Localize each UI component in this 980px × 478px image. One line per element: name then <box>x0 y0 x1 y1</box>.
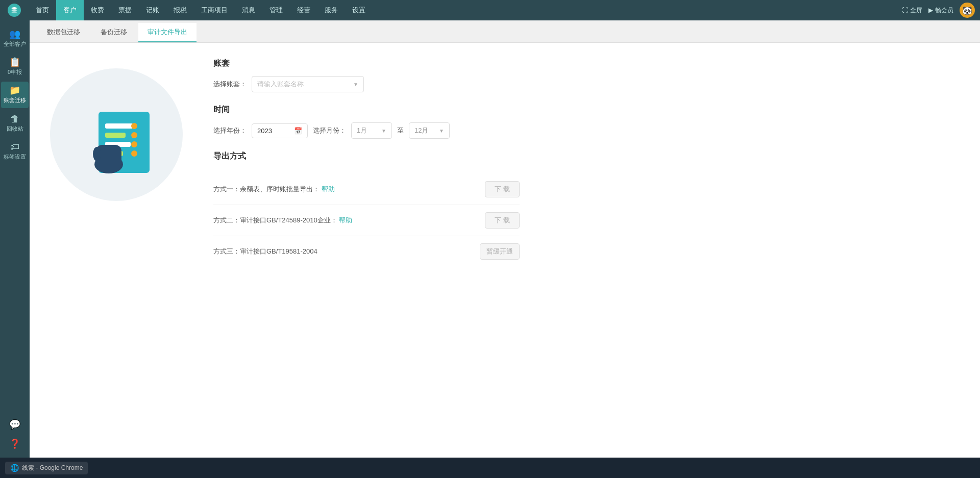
svg-rect-3 <box>105 133 126 138</box>
select-account-label: 选择账套： <box>213 80 247 89</box>
method-3-coming-soon-btn[interactable]: 暂缓开通 <box>480 243 520 260</box>
time-form-row: 选择年份： 2023 📅 选择月份： 1月 ▼ 至 12月 ▼ <box>213 122 520 139</box>
export-section-title: 导出方式 <box>213 151 520 162</box>
taskbar-label: 线索 - Google Chrome <box>22 464 83 472</box>
nav-home[interactable]: 首页 <box>29 0 56 20</box>
month-end-value: 12月 <box>414 126 428 135</box>
svg-point-7 <box>131 132 137 138</box>
sidebar-label-recycle: 回收站 <box>7 125 23 132</box>
month-start-chevron: ▼ <box>381 128 386 134</box>
nav-service[interactable]: 服务 <box>317 0 345 20</box>
sidebar-item-chat[interactable]: 💬 <box>1 416 29 433</box>
tab-data-migration[interactable]: 数据包迁移 <box>38 23 89 42</box>
nav-operation[interactable]: 经营 <box>290 0 317 20</box>
tabs-bar: 数据包迁移 备份迁移 审计文件导出 <box>30 20 980 43</box>
account-section-title: 账套 <box>213 58 520 69</box>
method-2-help-link[interactable]: 帮助 <box>339 216 352 224</box>
export-method-1: 方式一：余额表、序时账批量导出： 帮助 下 载 <box>213 174 520 205</box>
help-icon: ❓ <box>9 439 20 448</box>
month-end-select[interactable]: 12月 ▼ <box>409 122 450 139</box>
method-2-label: 方式二：审计接口GB/T24589-2010企业： <box>213 216 337 224</box>
export-method-2: 方式二：审计接口GB/T24589-2010企业： 帮助 下 载 <box>213 205 520 236</box>
month-start-value: 1月 <box>357 126 367 135</box>
nav-manage[interactable]: 管理 <box>262 0 290 20</box>
method-1-label-area: 方式一：余额表、序时账批量导出： 帮助 <box>213 185 335 194</box>
method-1-label: 方式一：余额表、序时账批量导出： <box>213 185 320 193</box>
svg-point-9 <box>131 150 137 157</box>
method-1-download-btn[interactable]: 下 载 <box>485 181 520 197</box>
form-area: 账套 选择账套： 请输入账套名称 ▼ 时间 选择年份： 2023 📅 <box>213 58 520 267</box>
taskbar: 🌐 线索 - Google Chrome <box>0 458 980 478</box>
svg-point-12 <box>93 147 101 161</box>
main-container: 👥 全部客户 📋 0申报 📁 账套迁移 🗑 回收站 🏷 标签设置 💬 ❓ <box>0 20 980 458</box>
svg-rect-2 <box>105 123 133 129</box>
chrome-icon: 🌐 <box>10 464 19 472</box>
nav-tax[interactable]: 报税 <box>166 0 194 20</box>
year-input[interactable]: 2023 📅 <box>252 123 308 138</box>
member-btn[interactable]: ▶ 畅会员 <box>928 6 953 15</box>
sidebar-item-recycle[interactable]: 🗑 回收站 <box>1 110 29 136</box>
tab-backup-migration[interactable]: 备份迁移 <box>91 23 136 42</box>
sidebar-label-all-customers: 全部客户 <box>4 41 26 47</box>
method-3-label: 方式三：审计接口GB/T19581-2004 <box>213 247 317 255</box>
tags-icon: 🏷 <box>10 142 19 152</box>
tab-audit-export[interactable]: 审计文件导出 <box>138 23 197 42</box>
content-area: 数据包迁移 备份迁移 审计文件导出 <box>30 20 980 458</box>
to-label: 至 <box>397 126 404 135</box>
avatar[interactable]: 🐼 <box>960 3 975 18</box>
month-end-chevron: ▼ <box>439 128 444 134</box>
nav-customer[interactable]: 客户 <box>56 0 84 20</box>
sidebar-item-all-customers[interactable]: 👥 全部客户 <box>1 26 29 52</box>
method-1-help-link[interactable]: 帮助 <box>322 185 335 193</box>
top-nav: 首页 客户 收费 票据 记账 报税 工商项目 消息 管理 经营 服务 设置 ⛶ … <box>0 0 980 20</box>
nav-items: 首页 客户 收费 票据 记账 报税 工商项目 消息 管理 经营 服务 设置 <box>29 0 902 20</box>
year-label: 选择年份： <box>213 126 247 135</box>
member-label: 畅会员 <box>935 6 953 15</box>
year-value: 2023 <box>257 127 272 135</box>
method-2-label-area: 方式二：审计接口GB/T24589-2010企业： 帮助 <box>213 216 352 225</box>
sidebar-bottom: 💬 ❓ <box>1 416 29 458</box>
account-select[interactable]: 请输入账套名称 ▼ <box>252 76 364 92</box>
sidebar-label-tags: 标签设置 <box>4 154 26 160</box>
sidebar-item-zero-declaration[interactable]: 📋 0申报 <box>1 54 29 80</box>
sidebar-item-tags[interactable]: 🏷 标签设置 <box>1 138 29 164</box>
method-2-download-btn[interactable]: 下 载 <box>485 212 520 229</box>
nav-invoice[interactable]: 票据 <box>111 0 139 20</box>
account-select-placeholder: 请输入账套名称 <box>257 80 304 89</box>
account-form-row: 选择账套： 请输入账套名称 ▼ <box>213 76 520 92</box>
nav-biz[interactable]: 工商项目 <box>194 0 235 20</box>
method-3-label-area: 方式三：审计接口GB/T19581-2004 <box>213 247 317 256</box>
member-icon: ▶ <box>928 7 933 14</box>
month-start-select[interactable]: 1月 ▼ <box>351 122 392 139</box>
fullscreen-icon: ⛶ <box>902 7 908 14</box>
sidebar: 👥 全部客户 📋 0申报 📁 账套迁移 🗑 回收站 🏷 标签设置 💬 ❓ <box>0 20 30 458</box>
page-content: 账套 选择账套： 请输入账套名称 ▼ 时间 选择年份： 2023 📅 <box>30 43 980 282</box>
all-customers-icon: 👥 <box>9 30 20 39</box>
sidebar-label-migration: 账套迁移 <box>4 97 26 104</box>
migration-icon: 📁 <box>9 86 20 95</box>
export-method-3: 方式三：审计接口GB/T19581-2004 暂缓开通 <box>213 236 520 267</box>
recycle-icon: 🗑 <box>10 114 19 123</box>
calendar-icon: 📅 <box>294 127 302 135</box>
nav-fee[interactable]: 收费 <box>84 0 111 20</box>
svg-point-8 <box>131 141 137 147</box>
illustration <box>50 68 183 201</box>
zero-declaration-icon: 📋 <box>9 58 20 67</box>
nav-right: ⛶ 全屏 ▶ 畅会员 🐼 <box>902 3 975 18</box>
fullscreen-label: 全屏 <box>910 6 922 15</box>
month-label: 选择月份： <box>313 126 346 135</box>
sidebar-item-migration[interactable]: 📁 账套迁移 <box>1 82 29 108</box>
nav-msg[interactable]: 消息 <box>235 0 262 20</box>
time-section-title: 时间 <box>213 105 520 115</box>
svg-point-6 <box>131 123 137 129</box>
taskbar-chrome[interactable]: 🌐 线索 - Google Chrome <box>5 462 88 474</box>
nav-settings[interactable]: 设置 <box>345 0 373 20</box>
logo[interactable] <box>5 1 23 19</box>
nav-bookkeeping[interactable]: 记账 <box>139 0 166 20</box>
sidebar-label-zero-declaration: 0申报 <box>8 69 22 76</box>
export-methods: 方式一：余额表、序时账批量导出： 帮助 下 载 方式二：审计接口GB/T2458… <box>213 174 520 267</box>
account-select-chevron: ▼ <box>353 82 358 87</box>
sidebar-item-help[interactable]: ❓ <box>1 435 29 452</box>
chat-icon: 💬 <box>9 420 20 429</box>
fullscreen-btn[interactable]: ⛶ 全屏 <box>902 6 922 15</box>
